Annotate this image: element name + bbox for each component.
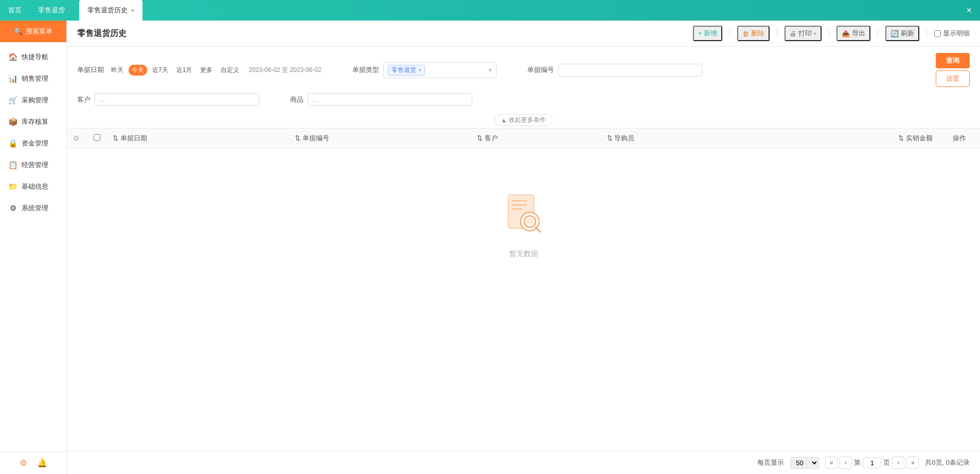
date-shortcut-昨天[interactable]: 昨天 — [108, 65, 127, 76]
number-filter: 单据编号 — [527, 64, 702, 77]
tab-零售退货[interactable]: 零售退货× — [30, 0, 79, 21]
divider5 — [926, 29, 927, 38]
next-page-button[interactable]: › — [892, 457, 904, 469]
page-input[interactable] — [863, 458, 881, 468]
query-button[interactable]: 查询 — [936, 53, 970, 68]
filter-area: 单据日期 昨天今天近7天近1月更多自定义 2023-06-02 至 2023-0… — [67, 47, 980, 129]
export-icon: 📤 — [842, 30, 850, 38]
notification-icon[interactable]: 🔔 — [37, 458, 47, 468]
print-button[interactable]: 🖨 打印 ▾ — [785, 26, 822, 41]
tab-零售退货历史[interactable]: 零售退货历史× — [79, 0, 142, 21]
th-gear: ⚙ — [67, 129, 87, 149]
data-table: ⚙ ⇅ 单据日期 ⇅ 单据编号 — [67, 129, 980, 149]
collapse-button[interactable]: ▲ 收起更多条件 — [494, 114, 553, 126]
tab-close[interactable]: × — [131, 7, 134, 13]
sidebar-icon: 🏠 — [8, 52, 17, 62]
new-button[interactable]: + 新增 — [693, 26, 722, 41]
sidebar-icon: 📊 — [8, 74, 17, 83]
query-settings-buttons: 查询 设置 — [936, 53, 970, 87]
delete-button[interactable]: 🗑 删除 — [737, 26, 770, 41]
window-close-button[interactable]: × — [958, 0, 980, 21]
tab-list: 首页零售退货×零售退货历史× — [0, 0, 958, 21]
date-shortcut-近7天[interactable]: 近7天 — [149, 65, 171, 76]
th-ops: 操作 — [939, 129, 980, 149]
th-customer: ⇅ 客户 — [471, 129, 600, 149]
goods-label: 商品 — [290, 95, 304, 104]
customer-label: 客户 — [77, 95, 91, 104]
sidebar-search-label: 搜索菜单 — [26, 27, 52, 36]
sidebar-icon: 📁 — [8, 182, 17, 191]
date-shortcut-近1月[interactable]: 近1月 — [173, 65, 195, 76]
show-detail-checkbox-label[interactable]: 显示明细 — [934, 29, 970, 38]
last-page-button[interactable]: » — [906, 457, 919, 469]
tab-close[interactable]: × — [68, 7, 71, 13]
th-check — [87, 129, 106, 149]
divider2 — [777, 29, 777, 38]
show-detail-checkbox[interactable] — [934, 30, 941, 37]
sidebar-item-库存核算[interactable]: 📦库存核算 — [0, 111, 66, 133]
goods-select[interactable]: ... — [308, 93, 472, 106]
collapse-icon: ▲ — [501, 117, 507, 124]
sidebar: 🔍 搜索菜单 🏠快捷导航📊销售管理🛒采购管理📦库存核算🔒资金管理📋经营管理📁基础… — [0, 21, 67, 474]
svg-rect-2 — [512, 204, 527, 206]
tab-首页[interactable]: 首页 — [0, 0, 30, 21]
sidebar-item-销售管理[interactable]: 📊销售管理 — [0, 68, 66, 89]
main-layout: 🔍 搜索菜单 🏠快捷导航📊销售管理🛒采购管理📦库存核算🔒资金管理📋经营管理📁基础… — [0, 21, 980, 474]
first-page-button[interactable]: « — [825, 457, 838, 469]
sidebar-item-快捷导航[interactable]: 🏠快捷导航 — [0, 46, 66, 68]
goods-filter: 商品 ... — [290, 93, 472, 106]
page-header: 零售退货历史 + 新增 🗑 删除 🖨 打印 ▾ 📤 导出 — [67, 21, 980, 47]
collapse-row: ▲ 收起更多条件 — [77, 112, 970, 128]
type-select[interactable]: 零售退货 × ▾ — [383, 62, 496, 78]
date-shortcut-今天[interactable]: 今天 — [129, 65, 147, 76]
sidebar-label: 经营管理 — [22, 160, 48, 170]
sidebar-search-button[interactable]: 🔍 搜索菜单 — [0, 21, 66, 42]
sidebar-icon: ⚙ — [8, 204, 17, 213]
content-area: 零售退货历史 + 新增 🗑 删除 🖨 打印 ▾ 📤 导出 — [67, 21, 980, 474]
number-input[interactable] — [558, 64, 702, 77]
export-button[interactable]: 📤 导出 — [836, 26, 870, 41]
sidebar-label: 库存核算 — [22, 117, 48, 126]
page-label: 第 — [854, 458, 861, 467]
page-title: 零售退货历史 — [77, 28, 127, 39]
sidebar-item-经营管理[interactable]: 📋经营管理 — [0, 154, 66, 176]
type-tag-close[interactable]: × — [418, 67, 421, 73]
prev-page-button[interactable]: ‹ — [840, 457, 852, 469]
settings-button[interactable]: 设置 — [936, 70, 970, 87]
sidebar-label: 快捷导航 — [22, 52, 48, 62]
select-all-checkbox[interactable] — [94, 134, 100, 141]
column-settings-icon[interactable]: ⚙ — [73, 134, 80, 142]
table-area: ⚙ ⇅ 单据日期 ⇅ 单据编号 — [67, 129, 980, 451]
sidebar-item-资金管理[interactable]: 🔒资金管理 — [0, 133, 66, 154]
sidebar-icon: 📋 — [8, 160, 17, 170]
settings-icon[interactable]: ⚙ — [20, 458, 27, 468]
print-icon: 🖨 — [790, 30, 796, 38]
tab-label: 零售退货 — [38, 6, 65, 15]
sidebar-label: 销售管理 — [22, 74, 48, 83]
divider4 — [878, 29, 878, 38]
date-shortcut-更多[interactable]: 更多 — [197, 65, 216, 76]
top-bar: 首页零售退货×零售退货历史× × — [0, 0, 980, 21]
sidebar-icon: 🔒 — [8, 139, 17, 148]
page-suffix: 页 — [883, 458, 890, 467]
total-text: 共0页, 0条记录 — [925, 458, 970, 467]
date-shortcut-自定义[interactable]: 自定义 — [218, 65, 242, 76]
refresh-button[interactable]: 🔄 刷新 — [885, 26, 919, 41]
sidebar-bottom: ⚙ 🔔 — [0, 451, 66, 474]
header-actions: + 新增 🗑 删除 🖨 打印 ▾ 📤 导出 — [693, 26, 970, 41]
pagination-bar: 每页显示 102050100 « ‹ 第 页 › » 共0页, 0条记录 — [67, 451, 980, 474]
svg-rect-1 — [512, 200, 527, 202]
sidebar-item-基础信息[interactable]: 📁基础信息 — [0, 176, 66, 197]
per-page-select[interactable]: 102050100 — [790, 457, 819, 469]
per-page-label: 每页显示 — [757, 458, 784, 467]
sidebar-label: 基础信息 — [22, 182, 48, 191]
type-select-arrow: ▾ — [489, 67, 492, 74]
divider — [729, 29, 730, 38]
sidebar-item-系统管理[interactable]: ⚙系统管理 — [0, 197, 66, 219]
customer-select[interactable]: ... — [95, 93, 259, 106]
sidebar-item-采购管理[interactable]: 🛒采购管理 — [0, 89, 66, 111]
svg-rect-3 — [512, 208, 522, 210]
date-shortcuts: 昨天今天近7天近1月更多自定义 — [108, 65, 242, 76]
empty-state: 暂无数据 — [67, 149, 980, 300]
type-tag: 零售退货 × — [388, 65, 425, 76]
